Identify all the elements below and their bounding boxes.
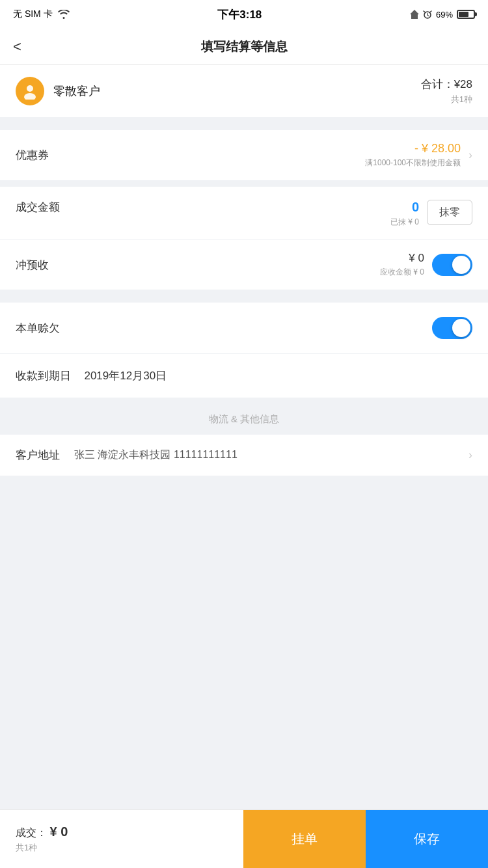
coupon-right: - ¥ 28.00 满1000-100不限制使用金额 › xyxy=(68,142,472,169)
prepay-label: 冲预收 xyxy=(16,258,68,273)
save-button[interactable]: 保存 xyxy=(366,810,488,868)
coupon-label: 优惠券 xyxy=(16,148,68,163)
address-chevron-icon: › xyxy=(468,448,472,462)
coupon-info: - ¥ 28.00 满1000-100不限制使用金额 xyxy=(365,142,461,169)
bottom-summary: 成交： ¥ 0 共1种 xyxy=(0,824,243,854)
carrier-text: 无 SIM 卡 xyxy=(13,8,53,20)
total-count: 共1种 xyxy=(421,94,472,105)
deal-amount-wrapper: 0 已抹 ¥ 0 xyxy=(390,200,419,228)
due-date-value: 2019年12月30日 xyxy=(84,370,167,382)
battery-percent: 69% xyxy=(436,10,453,20)
prepay-info: ¥ 0 应收金额 ¥ 0 xyxy=(380,252,424,278)
bottom-bar: 成交： ¥ 0 共1种 挂单 保存 xyxy=(0,809,488,868)
hang-button[interactable]: 挂单 xyxy=(243,810,366,868)
customer-section: 零散客户 合计：¥28 共1种 xyxy=(0,65,488,117)
deal-prepay-section: 成交金额 0 已抹 ¥ 0 抹零 冲预收 ¥ 0 应收金额 ¥ 0 xyxy=(0,187,488,290)
svg-point-2 xyxy=(24,93,36,100)
coupon-desc: 满1000-100不限制使用金额 xyxy=(365,157,461,169)
logistics-title: 物流 & 其他信息 xyxy=(209,413,279,424)
location-icon xyxy=(410,10,419,19)
customer-avatar xyxy=(16,77,44,105)
prepay-amount: ¥ 0 xyxy=(380,252,424,265)
debt-toggle-track xyxy=(432,317,472,339)
alarm-icon xyxy=(423,10,432,19)
deal-amount-right: 0 已抹 ¥ 0 抹零 xyxy=(68,200,472,228)
page-title: 填写结算等信息 xyxy=(201,38,288,55)
divider-1 xyxy=(0,124,488,130)
customer-left: 零散客户 xyxy=(16,77,100,105)
address-label: 客户地址 xyxy=(16,448,74,463)
address-section: 客户地址 张三 海淀永丰科技园 11111111111 › xyxy=(0,435,488,476)
debt-section: 本单赊欠 收款到期日 2019年12月30日 xyxy=(0,303,488,398)
status-bar: 无 SIM 卡 下午3:18 69% xyxy=(0,0,488,29)
bottom-deal-amount: ¥ 0 xyxy=(49,824,68,839)
customer-name: 零散客户 xyxy=(53,83,100,99)
prepay-row: 冲预收 ¥ 0 应收金额 ¥ 0 xyxy=(0,240,488,290)
prepay-toggle-track xyxy=(432,254,472,276)
status-left: 无 SIM 卡 xyxy=(13,8,70,20)
avatar-icon xyxy=(21,83,38,100)
debt-label: 本单赊欠 xyxy=(16,321,68,336)
coupon-chevron-icon: › xyxy=(468,148,472,162)
deal-amount-value: 0 xyxy=(390,200,419,215)
status-right: 69% xyxy=(410,10,475,20)
divider-2 xyxy=(0,180,488,187)
back-button[interactable]: < xyxy=(13,38,21,55)
battery-icon xyxy=(457,10,475,19)
prepay-receivable: 应收金额 ¥ 0 xyxy=(380,267,424,278)
round-off-button[interactable]: 抹零 xyxy=(427,200,472,225)
coupon-section: 优惠券 - ¥ 28.00 满1000-100不限制使用金额 › xyxy=(0,130,488,180)
address-value: 张三 海淀永丰科技园 11111111111 xyxy=(74,448,463,462)
deal-amount-label: 成交金额 xyxy=(16,200,68,215)
customer-right: 合计：¥28 共1种 xyxy=(421,77,472,105)
total-amount: 合计：¥28 xyxy=(421,77,472,92)
prepay-toggle[interactable] xyxy=(432,254,472,276)
deal-amount-sub: 已抹 ¥ 0 xyxy=(390,217,419,228)
content: 零散客户 合计：¥28 共1种 优惠券 - ¥ 28.00 满1000-100不… xyxy=(0,65,488,541)
wifi-icon xyxy=(58,10,70,19)
svg-point-1 xyxy=(27,85,33,92)
debt-toggle-thumb xyxy=(452,319,470,337)
nav-bar: < 填写结算等信息 xyxy=(0,29,488,65)
bottom-deal-line: 成交： ¥ 0 xyxy=(16,824,228,840)
deal-amount-row: 成交金额 0 已抹 ¥ 0 抹零 xyxy=(0,187,488,240)
due-date-label: 收款到期日 xyxy=(16,370,71,382)
prepay-toggle-thumb xyxy=(452,256,470,274)
divider-3 xyxy=(0,290,488,296)
bottom-deal-label: 成交： xyxy=(16,827,47,838)
address-row[interactable]: 客户地址 张三 海淀永丰科技园 11111111111 › xyxy=(0,435,488,476)
logistics-header: 物流 & 其他信息 xyxy=(0,404,488,435)
due-date-row: 收款到期日 2019年12月30日 xyxy=(0,353,488,398)
status-time: 下午3:18 xyxy=(217,7,262,22)
debt-toggle[interactable] xyxy=(432,317,472,339)
debt-row: 本单赊欠 xyxy=(0,303,488,353)
prepay-right: ¥ 0 应收金额 ¥ 0 xyxy=(68,252,472,278)
coupon-row[interactable]: 优惠券 - ¥ 28.00 满1000-100不限制使用金额 › xyxy=(0,130,488,180)
bottom-actions: 挂单 保存 xyxy=(243,810,488,868)
coupon-amount: - ¥ 28.00 xyxy=(365,142,461,156)
bottom-count: 共1种 xyxy=(16,842,228,854)
